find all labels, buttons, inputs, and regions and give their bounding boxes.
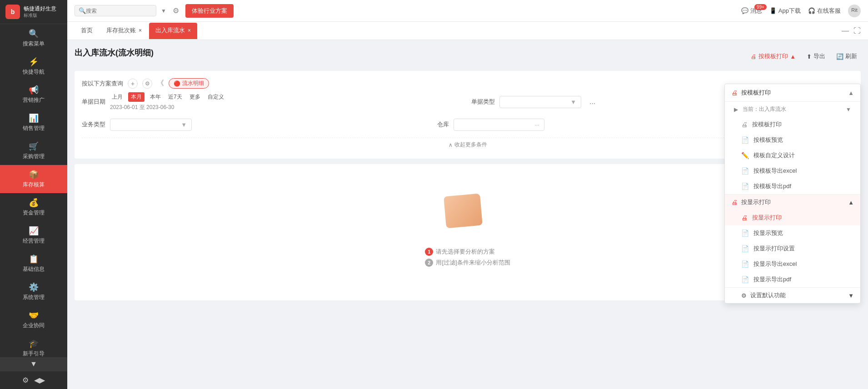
date-label: 单据日期 (82, 98, 105, 106)
biz-type-select[interactable]: ▼ (110, 119, 192, 131)
tab-home[interactable]: 首页 (75, 23, 99, 39)
main-area: 🔍 ▼ ⚙ 体验行业方案 💬 消息 99+ 📱 App下载 🎧 在线客服 Rit (67, 0, 868, 389)
doc-type-more-btn[interactable]: ... (586, 96, 599, 108)
current-expand-arrow: ▼ (846, 106, 851, 113)
template-print-icon: 🖨 (741, 121, 748, 128)
inventory-icon: 📦 (29, 170, 39, 180)
collapse-icon: ∧ (449, 142, 453, 148)
sidebar-item-search[interactable]: 🔍 搜索菜单 (0, 24, 67, 52)
app-download-btn[interactable]: 📱 App下载 (769, 7, 801, 15)
sidebar-item-inventory[interactable]: 📦 库存核算 (0, 165, 67, 193)
sidebar-item-purchase[interactable]: 🛒 采购管理 (0, 137, 67, 165)
dropdown-template-pdf[interactable]: 📄 按模板导出pdf (725, 179, 860, 194)
dropdown-template-preview[interactable]: 📄 按模板预览 (725, 132, 860, 148)
system-icon: ⚙️ (29, 282, 39, 292)
empty-box (444, 194, 483, 229)
template-excel-icon: 📄 (741, 167, 749, 175)
tab-window-minimize[interactable]: — (842, 27, 849, 35)
sidebar-item-collab[interactable]: 🤝 企业协同 (0, 306, 67, 334)
doc-type-label: 单据类型 (471, 98, 495, 106)
dropdown-header-print-icon: 🖨 (731, 89, 738, 96)
empty-step-1: 1 请先选择要分析的方案 (425, 248, 510, 256)
topbar-dropdown-arrow[interactable]: ▼ (161, 8, 166, 14)
template-preview-icon: 📄 (741, 136, 749, 144)
settings-icon[interactable]: ⚙ (22, 376, 29, 384)
dropdown-template-print[interactable]: 🖨 按模板打印 (725, 117, 860, 132)
export-btn[interactable]: ⬆ 导出 (803, 50, 829, 62)
message-icon: 💬 (741, 7, 748, 14)
sidebar-item-marketing[interactable]: 📢 营销推广 (0, 80, 67, 109)
online-service-btn[interactable]: 🎧 在线客服 (808, 7, 841, 15)
footer-expand-arrow: ▼ (848, 292, 854, 299)
date-opt-7days[interactable]: 近7天 (166, 92, 184, 102)
dropdown-template-excel[interactable]: 📄 按模板导出excel (725, 163, 860, 179)
tab-inout-flow[interactable]: 出入库流水 × (149, 23, 197, 39)
dropdown-display-section-header[interactable]: 🖨 按显示打印 ▲ (725, 194, 860, 210)
sidebar-item-sales[interactable]: 📊 销售管理 (0, 109, 67, 137)
date-opt-custom[interactable]: 自定义 (206, 92, 226, 102)
dropdown-footer-settings[interactable]: ⚙ 设置默认功能 ▼ (725, 287, 860, 303)
print-dropdown-arrow: ▲ (790, 53, 796, 60)
print-btn[interactable]: 🖨 按模板打印 ▲ (747, 50, 799, 62)
filter-collapse-icon[interactable]: 《 (157, 79, 164, 88)
sidebar-item-newbie[interactable]: 🎓 新手引导 (0, 334, 67, 357)
sidebar-item-finance[interactable]: 💰 资金管理 (0, 193, 67, 221)
filter-tag: 🔴 流水明细 (169, 78, 209, 89)
date-opt-more[interactable]: 更多 (188, 92, 202, 102)
warehouse-input[interactable]: ··· (454, 119, 544, 131)
newbie-icon: 🎓 (29, 339, 39, 349)
sidebar-scroll-down[interactable]: ▼ (0, 357, 67, 371)
sidebar: b 畅捷通好生意 标准版 🔍 搜索菜单 ⚡ 快捷导航 📢 营销推广 📊 销售管理… (0, 0, 67, 389)
date-options: 上月 本月 本年 近7天 更多 自定义 (110, 92, 464, 102)
dropdown-display-print[interactable]: 🖨 按显示打印 (725, 210, 860, 225)
page-actions: 🖨 按模板打印 ▲ ⬆ 导出 🔄 刷新 (747, 50, 861, 62)
tab-window-maximize[interactable]: ⛶ (853, 27, 861, 35)
warehouse-more-icon: ··· (534, 121, 539, 128)
topbar-message[interactable]: 💬 消息 99+ (741, 7, 762, 15)
trial-btn[interactable]: 体验行业方案 (185, 4, 234, 18)
sidebar-item-quicknav[interactable]: ⚡ 快捷导航 (0, 52, 67, 80)
print-icon: 🖨 (751, 53, 757, 60)
dropdown-header: 🖨 按模板打印 ▲ (725, 84, 860, 102)
display-preview-icon: 📄 (741, 229, 749, 237)
sidebar-toggle-icon[interactable]: ◀▶ (34, 376, 45, 384)
finance-icon: 💰 (29, 198, 39, 208)
topbar-gear-icon[interactable]: ⚙ (173, 6, 179, 15)
empty-steps: 1 请先选择要分析的方案 2 用[过滤]条件来缩小分析范围 (425, 248, 510, 269)
dropdown-display-excel[interactable]: 📄 按显示导出excel (725, 256, 860, 272)
dropdown-display-settings[interactable]: 📄 按显示打印设置 (725, 241, 860, 256)
display-section-icon: 🖨 (731, 199, 738, 206)
sidebar-item-system[interactable]: ⚙️ 系统管理 (0, 278, 67, 306)
date-opt-this-month[interactable]: 本月 (128, 92, 145, 102)
user-avatar[interactable]: Rit (848, 5, 861, 17)
refresh-btn[interactable]: 🔄 刷新 (833, 50, 861, 62)
sidebar-nav: 🔍 搜索菜单 ⚡ 快捷导航 📢 营销推广 📊 销售管理 🛒 采购管理 📦 库存核… (0, 24, 67, 357)
page-header-row: 出入库流水(流水明细) 🖨 按模板打印 ▲ ⬆ 导出 🔄 刷新 (75, 47, 861, 65)
display-pdf-icon: 📄 (741, 276, 749, 283)
purchase-icon: 🛒 (29, 141, 39, 151)
dropdown-template-custom[interactable]: ✏️ 模板自定义设计 (725, 148, 860, 163)
sidebar-item-basic[interactable]: 📋 基础信息 (0, 249, 67, 278)
tab-inventory-batch[interactable]: 库存批次账 × (100, 23, 148, 39)
topbar-search-input[interactable] (86, 8, 145, 14)
date-opt-last-month[interactable]: 上月 (110, 92, 125, 102)
dropdown-header-collapse-arrow[interactable]: ▲ (848, 90, 854, 96)
dropdown-current-item[interactable]: ▶ 当前：出入库流水 ▼ (725, 102, 860, 117)
template-pdf-icon: 📄 (741, 183, 749, 190)
operations-icon: 📈 (29, 226, 39, 236)
template-custom-icon: ✏️ (741, 152, 749, 159)
date-filter: 上月 本月 本年 近7天 更多 自定义 2023-06-01 至 2023-06… (110, 92, 464, 111)
marketing-icon: 📢 (29, 85, 39, 95)
doc-type-select[interactable]: ▼ (499, 96, 581, 108)
filter-tag-icon: 🔴 (174, 80, 180, 87)
date-opt-this-year[interactable]: 本年 (148, 92, 163, 102)
dropdown-display-pdf[interactable]: 📄 按显示导出pdf (725, 272, 860, 287)
dropdown-display-preview[interactable]: 📄 按显示预览 (725, 225, 860, 241)
tab-close-inout-flow[interactable]: × (188, 27, 191, 34)
basic-icon: 📋 (29, 254, 39, 264)
topbar-search-box[interactable]: 🔍 (75, 5, 156, 16)
tab-close-inventory-batch[interactable]: × (139, 27, 142, 34)
filter-settings-btn[interactable]: ⚙ (142, 79, 152, 89)
sidebar-item-operations[interactable]: 📈 经营管理 (0, 221, 67, 249)
filter-add-btn[interactable]: + (128, 79, 138, 89)
